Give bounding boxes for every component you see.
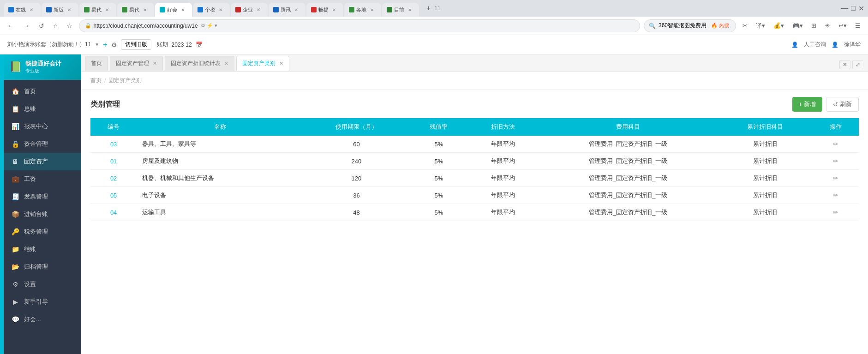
consult-label[interactable]: 人工咨询 (804, 41, 826, 48)
user-name[interactable]: 徐泽华 (844, 41, 861, 48)
minimize-btn[interactable]: — (841, 4, 848, 12)
back-btn[interactable]: ← (5, 20, 17, 31)
sidebar-item-stock[interactable]: 📦进销台账 (4, 205, 81, 223)
wallet-btn[interactable]: 💰▾ (771, 21, 787, 30)
maximize-btn[interactable]: □ (851, 4, 856, 12)
cell-action-1: ✏ (813, 153, 859, 170)
search-text: 360智能抠图免费用 (658, 22, 706, 30)
tab-label-home: 首页 (91, 60, 102, 67)
sidebar-icon-fixed_asset: 🖥 (11, 158, 19, 165)
translate-btn[interactable]: 译▾ (753, 20, 768, 31)
app-tab-depreciation[interactable]: 固定资产折旧统计表✕ (165, 56, 234, 71)
tab-close-category[interactable]: ✕ (279, 60, 283, 66)
sidebar-item-home[interactable]: 🏠首页 (4, 83, 81, 100)
sidebar-label-guide: 新手引导 (24, 298, 48, 306)
reload-btn[interactable]: ↺ (36, 20, 47, 31)
table-col-1: 名称 (137, 118, 303, 136)
browser-tab-5[interactable]: 个税✕ (193, 3, 230, 17)
cell-residual-3: 5% (410, 187, 468, 204)
settings-gear-btn[interactable]: ⚙ (111, 41, 117, 48)
sidebar-label-settle: 结账 (24, 245, 36, 253)
sidebar-item-fixed_asset[interactable]: 🖥固定资产 (4, 153, 81, 170)
edit-btn-1[interactable]: ✏ (833, 157, 838, 165)
sidebar-item-guide[interactable]: ▶新手引导 (4, 293, 81, 311)
search-box[interactable]: 🔍 360智能抠图免费用 🔥 热搜 (644, 19, 736, 32)
sidebar-item-recommend[interactable]: 💬好会... (4, 311, 81, 328)
edit-btn-4[interactable]: ✏ (833, 209, 838, 216)
add-btn[interactable]: + 新增 (792, 97, 822, 112)
app-tab-fixed_mgmt[interactable]: 固定资产管理✕ (110, 56, 163, 71)
url-tools: ⚙ ⚡ ▾ (201, 23, 217, 29)
sidebar-label-tax: 税务管理 (24, 228, 48, 236)
sidebar-nav: 🏠首页📋总账📊报表中心🔒资金管理🖥固定资产💼工资🧾发票管理📦进销台账🔑税务管理📁… (4, 80, 81, 354)
sidebar-item-fund[interactable]: 🔒资金管理 (4, 135, 81, 153)
browser-tab-4[interactable]: 好会✕ (155, 3, 192, 17)
cell-expense-0: 管理费用_固定资产折旧_一级 (538, 136, 718, 153)
sidebar-item-salary[interactable]: 💼工资 (4, 170, 81, 188)
undo-btn[interactable]: ↩▾ (836, 21, 850, 30)
browser-tab-0[interactable]: 在线✕ (4, 3, 41, 17)
browser-tab-10[interactable]: 目前✕ (382, 3, 419, 17)
sidebar-item-invoice[interactable]: 🧾发票管理 (4, 188, 81, 205)
address-bar[interactable]: 🔒 https://cloud.chanjet.com/accounting/u… (79, 19, 640, 32)
table-col-2: 使用期限（月） (303, 118, 410, 136)
left-indicator (0, 54, 4, 354)
bookmark-btn[interactable]: ☆ (64, 20, 75, 31)
browser-tab-6[interactable]: 企业✕ (231, 3, 268, 17)
browser-tab-2[interactable]: 易代✕ (79, 3, 116, 17)
game-btn[interactable]: 🎮▾ (790, 21, 806, 30)
sidebar-item-ledger[interactable]: 📋总账 (4, 100, 81, 118)
tab-close-depreciation[interactable]: ✕ (224, 60, 228, 66)
app-tab-home[interactable]: 首页 (85, 56, 108, 71)
browser-tab-9[interactable]: 各地✕ (344, 3, 381, 17)
refresh-btn[interactable]: ↺ 刷新 (826, 97, 859, 112)
url-text: https://cloud.chanjet.com/accounting/uw1… (93, 23, 198, 29)
breadcrumb-home[interactable]: 首页 (90, 77, 102, 84)
sun-btn[interactable]: ☀ (822, 21, 833, 30)
menu-btn[interactable]: ☰ (852, 21, 863, 30)
close-content-btn[interactable]: ✕ (839, 60, 850, 69)
sidebar-item-settle[interactable]: 📁结账 (4, 240, 81, 258)
table-col-3: 残值率 (410, 118, 468, 136)
cut-btn[interactable]: ✂ (740, 21, 750, 30)
app-tab-category[interactable]: 固定资产类别✕ (236, 56, 289, 71)
sidebar-label-fund: 资金管理 (24, 140, 48, 148)
browser-tab-8[interactable]: 畅提✕ (306, 3, 343, 17)
table-row: 03 器具、工具、家具等 60 5% 年限平均 管理费用_固定资产折旧_一级 累… (90, 136, 859, 153)
expand-content-btn[interactable]: ⤢ (852, 60, 863, 69)
main-panel: 首页固定资产管理✕固定资产折旧统计表✕固定资产类别✕ 首页 / 固定资产类别 类… (81, 54, 868, 354)
switch-version-btn[interactable]: 切到旧版 (121, 39, 151, 50)
tab-close-fixed_mgmt[interactable]: ✕ (153, 60, 157, 66)
new-tab-btn[interactable]: + (425, 4, 432, 12)
home-browser-btn[interactable]: ⌂ (51, 20, 60, 31)
table-col-5: 费用科目 (538, 118, 718, 136)
close-browser-btn[interactable]: ✕ (858, 4, 864, 13)
calendar-icon[interactable]: 📅 (196, 42, 203, 48)
cell-accumulated-3: 累计折旧 (718, 187, 812, 204)
cell-method-1: 年限平均 (468, 153, 538, 170)
browser-tab-3[interactable]: 易代✕ (117, 3, 154, 17)
cell-period-2: 120 (303, 170, 410, 187)
edit-btn-2[interactable]: ✏ (833, 174, 838, 182)
action-buttons: + 新增 ↺ 刷新 (792, 97, 859, 112)
add-account-btn[interactable]: + (103, 41, 107, 49)
browser-tab-7[interactable]: 腾讯✕ (269, 3, 305, 17)
expand-icon[interactable]: ▼ (95, 42, 99, 47)
sidebar-label-ledger: 总账 (24, 105, 36, 113)
grid-btn[interactable]: ⊞ (808, 21, 819, 30)
edit-btn-3[interactable]: ✏ (833, 192, 838, 199)
sidebar-item-tax[interactable]: 🔑税务管理 (4, 223, 81, 240)
browser-tab-1[interactable]: 新版✕ (42, 3, 78, 17)
app-header: 刘小艳演示账套（勿删勿动！）11 ▼ + ⚙ 切到旧版 账期 2023-12 📅… (0, 35, 868, 54)
lock-icon: 🔒 (85, 23, 91, 29)
cell-accumulated-2: 累计折旧 (718, 170, 812, 187)
tab-label-category: 固定资产类别 (242, 60, 275, 67)
sidebar-item-report[interactable]: 📊报表中心 (4, 118, 81, 135)
sidebar-icon-settle: 📁 (11, 246, 19, 253)
sidebar-item-archive[interactable]: 📂归档管理 (4, 258, 81, 276)
table-col-4: 折旧方法 (468, 118, 538, 136)
edit-btn-0[interactable]: ✏ (833, 140, 838, 148)
sidebar-item-settings[interactable]: ⚙设置 (4, 276, 81, 293)
forward-btn[interactable]: → (20, 20, 32, 31)
table-row: 05 电子设备 36 5% 年限平均 管理费用_固定资产折旧_一级 累计折旧 ✏ (90, 187, 859, 204)
